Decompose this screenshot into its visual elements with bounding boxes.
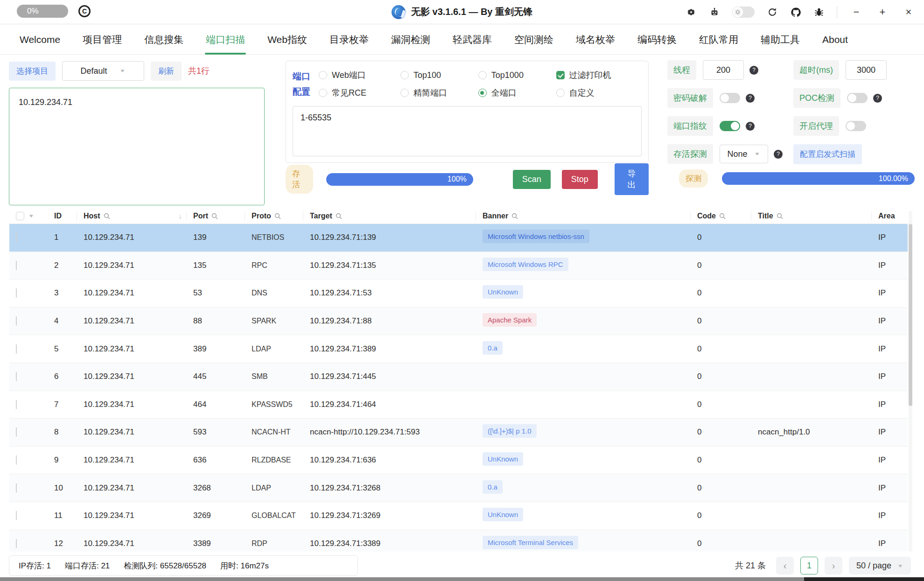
nav-tab-漏洞检测[interactable]: 漏洞检测 (380, 25, 441, 54)
port-option-常见RCE[interactable]: 常见RCE (319, 86, 400, 99)
port-option-自定义[interactable]: 自定义 (556, 86, 642, 99)
row-checkbox[interactable] (16, 455, 17, 465)
search-icon[interactable] (336, 213, 342, 219)
row-checkbox[interactable] (16, 233, 17, 242)
nav-tab-目录枚举[interactable]: 目录枚举 (318, 25, 380, 54)
row-checkbox[interactable] (16, 288, 17, 298)
radio-icon[interactable] (319, 89, 327, 97)
help-icon[interactable]: ? (774, 150, 783, 159)
port-option-过滤打印机[interactable]: 过滤打印机 (556, 69, 642, 82)
maximize-button[interactable]: + (875, 5, 889, 19)
row-checkbox[interactable] (16, 372, 17, 381)
nav-tab-端口扫描[interactable]: 端口扫描 (195, 25, 256, 54)
select-all-checkbox[interactable] (16, 212, 24, 220)
nav-tab-About[interactable]: About (811, 25, 859, 54)
radio-icon[interactable] (400, 71, 409, 79)
table-scrollbar[interactable] (909, 211, 912, 552)
current-page-button[interactable]: 1 (800, 557, 818, 574)
header-banner[interactable]: Banner (476, 208, 691, 224)
chevron-down-icon[interactable]: ▼ (28, 213, 35, 218)
header-port[interactable]: Port (187, 208, 245, 224)
stop-button[interactable]: Stop (562, 170, 598, 189)
header-code[interactable]: Code (691, 208, 751, 224)
nav-tab-辅助工具[interactable]: 辅助工具 (749, 25, 811, 54)
port-option-Top100[interactable]: Top100 (400, 69, 478, 82)
table-row[interactable]: 4 10.129.234.71 88 SPARK 10.129.234.71:8… (9, 308, 908, 336)
thread-input[interactable] (703, 60, 744, 80)
help-icon[interactable]: ? (746, 94, 755, 103)
proxy-toggle[interactable] (846, 121, 866, 131)
table-row[interactable]: 12 10.129.234.71 3389 RDP 10.129.234.71:… (9, 530, 908, 552)
robot-icon[interactable] (709, 7, 720, 18)
radio-icon[interactable] (319, 71, 327, 79)
help-icon[interactable]: ? (746, 122, 755, 131)
refresh-button[interactable]: 刷新 (151, 62, 182, 81)
circle-c-icon[interactable]: C (78, 5, 91, 17)
table-row[interactable]: 9 10.129.234.71 636 RLZDBASE 10.129.234.… (9, 447, 908, 475)
horizontal-scrollbar-thumb[interactable] (0, 577, 804, 581)
port-option-Web端口[interactable]: Web端口 (319, 69, 400, 82)
checkbox-icon[interactable] (556, 71, 565, 79)
nav-tab-域名枚举[interactable]: 域名枚举 (565, 25, 626, 54)
table-row[interactable]: 8 10.129.234.71 593 NCACN-HT ncacn-http:… (9, 419, 908, 447)
header-proto[interactable]: Proto (245, 208, 303, 224)
radio-icon[interactable] (556, 89, 565, 97)
radio-icon[interactable] (478, 89, 487, 97)
nav-tab-编码转换[interactable]: 编码转换 (626, 25, 688, 54)
table-row[interactable]: 11 10.129.234.71 3269 GLOBALCAT 10.129.2… (9, 502, 908, 530)
password-crack-toggle[interactable] (720, 93, 740, 103)
search-icon[interactable] (274, 213, 281, 219)
nav-tab-信息搜集[interactable]: 信息搜集 (133, 25, 195, 54)
poc-detect-toggle[interactable] (847, 93, 868, 103)
nav-tab-Welcome[interactable]: Welcome (8, 25, 71, 54)
ports-range-input[interactable] (293, 106, 642, 156)
port-option-全端口[interactable]: 全端口 (478, 86, 556, 99)
table-row[interactable]: 3 10.129.234.71 53 DNS 10.129.234.71:53 … (9, 280, 908, 308)
search-icon[interactable] (777, 213, 783, 219)
close-button[interactable]: × (902, 5, 916, 19)
table-row[interactable]: 10 10.129.234.71 3268 LDAP 10.129.234.71… (9, 474, 908, 502)
search-icon[interactable] (104, 213, 110, 219)
project-select[interactable]: Default ▼ (62, 61, 144, 81)
row-checkbox[interactable] (16, 483, 17, 493)
port-option-精简端口[interactable]: 精简端口 (400, 86, 478, 99)
sort-descending-icon[interactable]: ↓ (179, 212, 182, 220)
table-row[interactable]: 7 10.129.234.71 464 KPASSWD5 10.129.234.… (9, 391, 908, 419)
radio-icon[interactable] (400, 89, 409, 97)
bug-icon[interactable] (813, 7, 825, 18)
header-title[interactable]: Title (751, 208, 872, 224)
nav-tab-空间测绘[interactable]: 空间测绘 (503, 25, 565, 54)
row-checkbox[interactable] (16, 427, 17, 437)
table-row[interactable]: 5 10.129.234.71 389 LDAP 10.129.234.71:3… (9, 335, 908, 363)
gear-icon[interactable] (686, 7, 697, 18)
nav-tab-轻武器库[interactable]: 轻武器库 (441, 25, 503, 54)
port-fingerprint-toggle[interactable] (720, 121, 740, 131)
row-checkbox[interactable] (16, 400, 17, 409)
heuristic-scan-button[interactable]: 配置启发式扫描 (793, 144, 862, 164)
row-checkbox[interactable] (16, 261, 17, 270)
scrollbar-thumb[interactable] (909, 224, 912, 406)
help-icon[interactable]: ? (749, 66, 758, 75)
table-row[interactable]: 2 10.129.234.71 135 RPC 10.129.234.71:13… (9, 252, 908, 280)
page-size-select[interactable]: 50 / page ▼ (849, 557, 911, 574)
row-checkbox[interactable] (16, 316, 17, 326)
theme-toggle[interactable] (732, 7, 755, 18)
search-icon[interactable] (719, 213, 726, 219)
header-area[interactable]: Area (872, 208, 908, 224)
scan-button[interactable]: Scan (513, 170, 551, 189)
minimize-button[interactable]: − (849, 5, 863, 19)
nav-tab-Web指纹[interactable]: Web指纹 (256, 25, 318, 54)
search-icon[interactable] (511, 213, 518, 219)
refresh-icon[interactable] (767, 7, 778, 18)
row-checkbox[interactable] (16, 344, 17, 354)
export-button[interactable]: 导出 (615, 163, 649, 195)
radio-icon[interactable] (478, 71, 487, 79)
row-checkbox[interactable] (16, 539, 17, 548)
header-id[interactable]: ID (37, 208, 77, 224)
header-target[interactable]: Target (303, 208, 476, 224)
header-host[interactable]: Host ↓ (77, 208, 187, 224)
targets-input[interactable] (9, 88, 265, 205)
nav-tab-红队常用[interactable]: 红队常用 (688, 25, 749, 54)
timeout-input[interactable] (846, 60, 887, 80)
nav-tab-项目管理[interactable]: 项目管理 (71, 25, 133, 54)
